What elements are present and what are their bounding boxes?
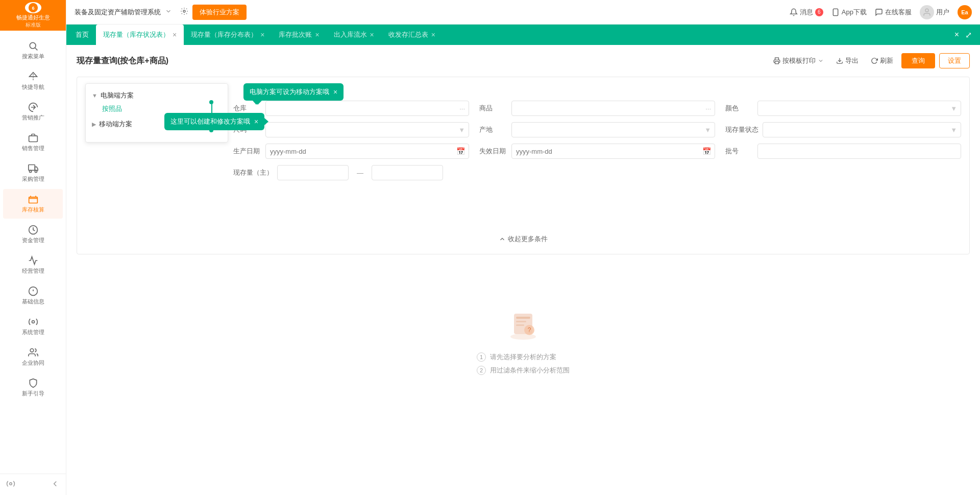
warehouse-dots[interactable]: ···	[459, 105, 465, 112]
expiry-date-calendar-icon[interactable]: 📅	[702, 147, 711, 155]
sidebar-item-system-label: 系统管理	[22, 328, 44, 336]
sidebar-nav: 搜索菜单 快捷导航 营销推广 销售管理 采购管理 库存核算 资金管理 经营管理	[0, 31, 66, 474]
online-support-item[interactable]: 在线客服	[875, 8, 912, 17]
sidebar: 6 畅捷通好生意 标准版 搜索菜单 快捷导航 营销推广 销售管理 采购管理 库存	[0, 0, 66, 495]
sidebar-item-enterprise[interactable]: 企业协同	[3, 342, 63, 372]
query-section-inner: 按以下方案查询 + ↺ ← ▼ 电脑端方案	[85, 83, 961, 226]
tab-home[interactable]: 首页	[68, 25, 96, 45]
collapse-btn[interactable]: 收起更多条件	[85, 230, 961, 248]
page-actions: 按模板打印 导出 刷新 查询 设置	[769, 53, 970, 68]
collapse-label: 收起更多条件	[508, 234, 548, 244]
product-input-wrapper: ···	[511, 101, 715, 116]
export-label: 导出	[845, 56, 859, 65]
form-row-4: 现存量（主） —	[233, 165, 961, 180]
sidebar-item-navigation[interactable]: 快捷导航	[3, 66, 63, 96]
tooltip1-close[interactable]: ×	[333, 88, 337, 96]
tab-flow-close[interactable]: ×	[370, 31, 374, 38]
origin-select[interactable]	[511, 122, 715, 137]
scheme-tree-pc[interactable]: ▼ 电脑端方案	[92, 89, 222, 102]
sidebar-settings-icon[interactable]	[6, 479, 15, 490]
size-select[interactable]	[265, 122, 469, 137]
sidebar-item-sales-label: 销售管理	[22, 145, 44, 152]
product-field: 商品 ···	[479, 101, 715, 116]
stock-status-select[interactable]	[763, 122, 961, 137]
tab-flow[interactable]: 出入库流水 ×	[327, 25, 381, 45]
settings-icon[interactable]	[180, 7, 188, 17]
header-right: 消息 6 App下载 在线客服 用户 Ea	[790, 5, 972, 19]
origin-label: 产地	[479, 125, 507, 134]
system-dropdown-icon[interactable]	[165, 8, 172, 16]
content-area: 现存量查询(按仓库+商品) 按模板打印 导出 刷新 查	[66, 45, 980, 495]
warehouse-field: 仓库 ···	[233, 101, 469, 116]
tab-inventory-status-close[interactable]: ×	[173, 31, 177, 38]
trial-button[interactable]: 体验行业方案	[192, 5, 247, 20]
stock-main-input-to[interactable]	[372, 165, 443, 180]
tab-bar: 首页 现存量（库存状况表） × 现存量（库存分布表） × 库存批次账 × 出入库…	[66, 25, 980, 45]
sidebar-collapse-icon[interactable]	[51, 479, 60, 490]
notification-label: 消息	[800, 8, 813, 17]
tab-flow-label: 出入库流水	[334, 30, 367, 39]
production-date-input[interactable]	[265, 144, 469, 159]
tab-bar-actions: × ⤢	[952, 28, 978, 42]
tab-inventory-status[interactable]: 现存量（库存状况表） ×	[96, 25, 184, 45]
batch-input[interactable]	[757, 144, 961, 159]
notification-item[interactable]: 消息 6	[790, 8, 823, 17]
step-1-num: 1	[477, 352, 486, 362]
tab-summary[interactable]: 收发存汇总表 ×	[381, 25, 443, 45]
page-container: 现存量查询(按仓库+商品) 按模板打印 导出 刷新 查	[66, 45, 980, 495]
tab-summary-close[interactable]: ×	[431, 31, 435, 38]
user-item[interactable]: 用户	[920, 5, 949, 19]
app-download-item[interactable]: App下载	[831, 8, 867, 17]
tab-inventory-distribution-close[interactable]: ×	[260, 31, 264, 38]
dot-top	[209, 100, 213, 104]
svg-point-15	[30, 349, 34, 352]
stock-main-input-from[interactable]	[277, 165, 349, 180]
svg-point-23	[510, 334, 536, 340]
sidebar-item-guide[interactable]: 新手引导	[3, 373, 63, 403]
settings-button[interactable]: 设置	[939, 53, 970, 68]
tab-summary-label: 收发存汇总表	[388, 30, 428, 39]
tooltip2-content: 这里可以创建和修改方案哦 ×	[164, 113, 264, 130]
sidebar-item-marketing[interactable]: 营销推广	[3, 97, 63, 127]
tab-batch-account[interactable]: 库存批次账 ×	[272, 25, 326, 45]
color-select[interactable]	[757, 101, 961, 116]
step-2-text: 用过滤条件来缩小分析范围	[490, 366, 570, 375]
sidebar-item-base-info[interactable]: 基础信息	[3, 281, 63, 311]
svg-rect-26	[516, 321, 526, 322]
sidebar-item-sales[interactable]: 销售管理	[3, 128, 63, 157]
sidebar-item-search[interactable]: 搜索菜单	[3, 36, 63, 65]
sidebar-item-navigation-label: 快捷导航	[22, 83, 44, 91]
product-input[interactable]	[511, 101, 715, 116]
tooltip2-close[interactable]: ×	[254, 117, 258, 126]
logo-icon: 6	[25, 2, 41, 13]
sidebar-item-purchase[interactable]: 采购管理	[3, 158, 63, 188]
tab-inventory-distribution[interactable]: 现存量（库存分布表） ×	[184, 25, 272, 45]
refresh-btn[interactable]: 刷新	[867, 54, 897, 67]
tab-batch-account-close[interactable]: ×	[315, 31, 319, 38]
query-button[interactable]: 查询	[901, 53, 935, 68]
step-1-text: 请先选择要分析的方案	[490, 352, 556, 362]
pc-scheme-label: 电脑端方案	[101, 91, 134, 100]
color-label: 颜色	[725, 104, 753, 113]
page-header: 现存量查询(按仓库+商品) 按模板打印 导出 刷新 查	[77, 53, 970, 68]
svg-text:?: ?	[528, 326, 531, 334]
tab-fullscreen-icon[interactable]: ⤢	[963, 28, 974, 42]
production-date-calendar-icon[interactable]: 📅	[456, 147, 465, 155]
expiry-date-input[interactable]	[511, 144, 715, 159]
print-btn[interactable]: 按模板打印	[769, 54, 828, 67]
svg-point-16	[10, 483, 12, 485]
export-btn[interactable]: 导出	[832, 54, 863, 67]
empty-step-2: 2 用过滤条件来缩小分析范围	[477, 366, 570, 375]
empty-steps: 1 请先选择要分析的方案 2 用过滤条件来缩小分析范围	[477, 352, 570, 379]
sidebar-item-finance[interactable]: 资金管理	[3, 220, 63, 249]
svg-point-20	[925, 9, 928, 12]
sidebar-item-management[interactable]: 经营管理	[3, 250, 63, 280]
svg-point-8	[35, 170, 37, 172]
product-dots[interactable]: ···	[705, 105, 711, 112]
warehouse-input[interactable]	[265, 101, 469, 116]
tab-close-all-icon[interactable]: ×	[952, 28, 961, 41]
top-header: 装备及固定资产辅助管理系统 体验行业方案 消息 6 App下载 在线客服	[66, 0, 980, 25]
sidebar-item-system[interactable]: 系统管理	[3, 312, 63, 341]
sidebar-item-inventory[interactable]: 库存核算	[3, 189, 63, 219]
tooltip2-text: 这里可以创建和修改方案哦	[170, 117, 250, 126]
